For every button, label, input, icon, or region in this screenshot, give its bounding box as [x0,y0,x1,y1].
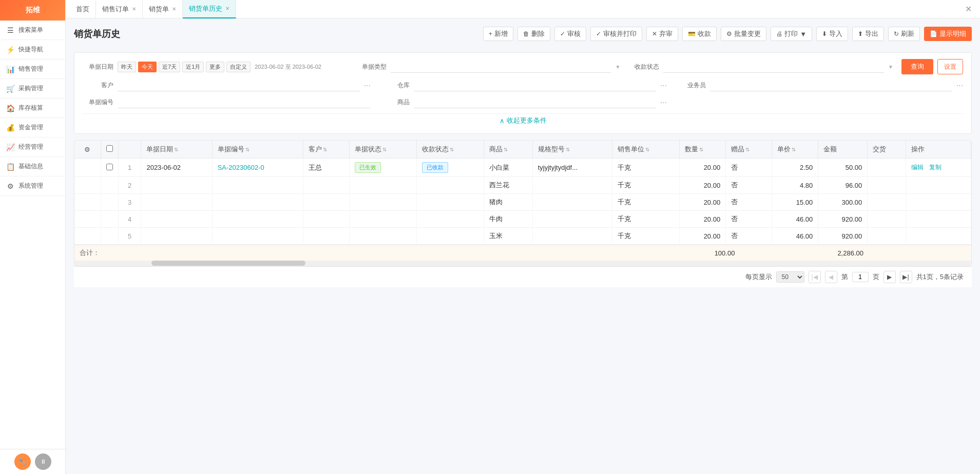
per-page-select[interactable]: 50 20 100 [776,271,804,283]
sidebar-item-operations[interactable]: 📈 经营管理 [0,137,65,157]
payment-status-select[interactable] [663,61,884,73]
customer-dots[interactable]: ··· [364,82,371,90]
warehouse-dots[interactable]: ··· [660,82,667,90]
date-today-btn[interactable]: 今天 [138,62,157,72]
th-quantity[interactable]: 数量⇅ [680,141,726,159]
sidebar-item-base-info[interactable]: 📋 基础信息 [0,157,65,176]
date-more-btn[interactable]: 更多 [206,62,224,72]
table-header-row: ⚙ 单据日期⇅ 单据编号⇅ 客户⇅ 单据状态⇅ 收款状态⇅ 商品⇅ 规格型号⇅ … [74,141,971,159]
cell-doc-no[interactable] [212,194,303,211]
cell-doc-no[interactable] [212,177,303,194]
row-checkbox[interactable] [106,164,113,170]
show-detail-button[interactable]: 📄 显示明细 [924,27,972,41]
tab-sales-history-close[interactable]: ✕ [225,6,229,11]
audit-print-button[interactable]: ✓ 审核并打印 [590,27,642,41]
th-payment-status[interactable]: 收款状态⇅ [416,141,484,159]
refresh-button[interactable]: ↻ 刷新 [888,27,920,41]
cell-doc-no[interactable] [212,211,303,228]
cell-customer [303,177,349,194]
discard-button[interactable]: ✕ 弃审 [646,27,678,41]
import-button[interactable]: ⬇ 导入 [816,27,848,41]
th-gear[interactable]: ⚙ [74,141,101,159]
doc-type-select[interactable] [391,61,611,73]
edit-link[interactable]: 编辑 [911,164,924,171]
cell-action: 编辑 复制 [906,159,971,177]
cell-check[interactable] [101,194,118,211]
date-1month-btn[interactable]: 近1月 [182,62,204,72]
th-gift[interactable]: 赠品⇅ [726,141,772,159]
tab-sales-order-close[interactable]: ✕ [132,6,136,12]
th-doc-status[interactable]: 单据状态⇅ [349,141,416,159]
close-all-tabs-button[interactable]: ✕ [961,4,976,14]
sidebar-item-quick-nav[interactable]: ⚡ 快捷导航 [0,40,65,60]
page-number-input[interactable] [852,272,869,282]
cell-check[interactable] [101,228,118,245]
audit-button[interactable]: ✓ 审核 [554,27,586,41]
sidebar-item-label: 经营管理 [18,143,43,151]
sort-unit-icon: ⇅ [645,147,649,152]
tab-home[interactable]: 首页 [70,0,96,18]
th-doc-date[interactable]: 单据日期⇅ [141,141,212,159]
next-page-button[interactable]: ▶ [883,271,896,283]
business-dots[interactable]: ··· [956,82,963,90]
sidebar-item-inventory[interactable]: 🏠 库存核算 [0,98,65,118]
tab-sales-order[interactable]: 销售订单 ✕ [96,0,143,18]
tab-sales-delivery[interactable]: 销货单 ✕ [143,0,183,18]
cell-doc-no[interactable] [212,228,303,245]
date-7days-btn[interactable]: 近7天 [159,62,180,72]
select-all-checkbox[interactable] [106,145,113,152]
goods-input[interactable] [414,96,656,108]
settings-button[interactable]: 设置 [937,59,963,74]
customer-input[interactable] [118,80,360,91]
delete-button[interactable]: 🗑 删除 [517,27,550,41]
export-button[interactable]: ⬆ 导出 [852,27,884,41]
th-spec[interactable]: 规格型号⇅ [532,141,612,159]
th-unit[interactable]: 销售单位⇅ [612,141,680,159]
date-yesterday-btn[interactable]: 昨天 [118,62,136,72]
sidebar-bottom-btn2[interactable]: ⏸ [35,453,51,470]
sidebar-item-purchase-mgmt[interactable]: 🛒 采购管理 [0,79,65,98]
goods-dots[interactable]: ··· [660,98,667,107]
date-custom-btn[interactable]: 自定义 [226,62,251,72]
business-input[interactable] [710,80,952,91]
cell-check[interactable] [101,159,118,177]
payment-status-dropdown-icon: ▼ [888,64,893,70]
audit-print-icon: ✓ [596,30,601,37]
th-goods[interactable]: 商品⇅ [484,141,532,159]
cell-doc-date [141,211,212,228]
horizontal-scrollbar-thumb[interactable] [151,261,305,266]
collect-button[interactable]: 💳 收款 [682,27,717,41]
sidebar-item-sys-mgmt[interactable]: ⚙ 系统管理 [0,176,65,196]
data-table-wrapper: ⚙ 单据日期⇅ 单据编号⇅ 客户⇅ 单据状态⇅ 收款状态⇅ 商品⇅ 规格型号⇅ … [74,140,972,266]
sidebar-item-sales-mgmt[interactable]: 📊 销售管理 [0,60,65,79]
sidebar-item-search-menu[interactable]: ☰ 搜索菜单 [0,21,65,40]
th-customer[interactable]: 客户⇅ [303,141,349,159]
cell-amount: 50.00 [818,159,868,177]
th-unit-price[interactable]: 单价⇅ [772,141,818,159]
tab-sales-history[interactable]: 销货单历史 ✕ [183,0,236,18]
new-button[interactable]: + 新增 [483,27,513,41]
cell-doc-no[interactable]: SA-20230602-0 [212,159,303,177]
copy-link[interactable]: 复制 [929,164,941,171]
sidebar-item-finance[interactable]: 💰 资金管理 [0,118,65,137]
cell-check[interactable] [101,177,118,194]
tab-sales-delivery-close[interactable]: ✕ [172,6,176,12]
cell-unit-price: 46.00 [772,228,818,245]
query-button[interactable]: 查询 [901,59,933,74]
cell-check[interactable] [101,211,118,228]
batch-change-button[interactable]: ⚙ 批量变更 [721,27,766,41]
print-button[interactable]: 🖨 打印 ▼ [771,27,812,41]
last-page-button[interactable]: ▶| [900,271,912,283]
cell-payment-status [416,194,484,211]
per-page-label: 每页显示 [745,272,772,282]
cell-gear [74,194,101,211]
sidebar-bottom-btn1[interactable]: 🔧 [14,453,31,470]
cell-row-num: 5 [118,228,141,245]
prev-page-button[interactable]: ◀ [825,271,837,283]
first-page-button[interactable]: |◀ [809,271,821,283]
doc-no-input[interactable] [118,96,371,108]
th-doc-no[interactable]: 单据编号⇅ [212,141,303,159]
collapse-button[interactable]: ∧ 收起更多条件 [83,113,963,127]
th-check[interactable] [101,141,118,159]
warehouse-input[interactable] [414,80,656,91]
